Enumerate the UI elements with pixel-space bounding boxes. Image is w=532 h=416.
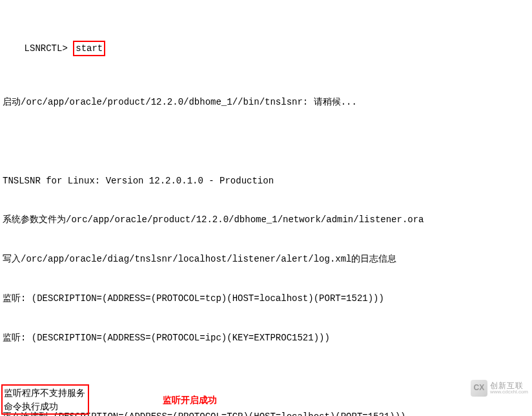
- annotation-text: 监听开启成功: [163, 394, 217, 407]
- command-text: start: [76, 43, 103, 54]
- command-highlight: start: [73, 41, 105, 56]
- output-blank: [3, 135, 529, 148]
- watermark-text: 创新互联 www.cdcxhl.com: [490, 382, 528, 395]
- output-listen2: 监听: (DESCRIPTION=(ADDRESS=(PROTOCOL=ipc)…: [3, 331, 529, 344]
- output-line-starting: 启动/orc/app/oracle/product/12.2.0/dbhome_…: [3, 96, 529, 109]
- footer-highlight: 监听程序不支持服务 命令执行成功: [1, 384, 89, 415]
- output-sys-params: 系统参数文件为/orc/app/oracle/product/12.2.0/db…: [3, 213, 529, 226]
- output-tns-header: TNSLSNR for Linux: Version 12.2.0.1.0 - …: [3, 174, 529, 187]
- prompt-prefix: LSNRCTL>: [25, 43, 74, 54]
- output-listen1: 监听: (DESCRIPTION=(ADDRESS=(PROTOCOL=tcp)…: [3, 292, 529, 305]
- watermark: CX 创新互联 www.cdcxhl.com: [471, 380, 528, 397]
- output-blank: [3, 371, 529, 384]
- footer-line2: 命令执行成功: [4, 402, 58, 412]
- output-log-info: 写入/orc/app/oracle/diag/tnslsnr/localhost…: [3, 253, 529, 265]
- watermark-logo-icon: CX: [471, 380, 487, 397]
- footer-line1: 监听程序不支持服务: [4, 388, 85, 399]
- terminal-output: LSNRCTL> start 启动/orc/app/oracle/product…: [3, 1, 529, 416]
- watermark-domain: www.cdcxhl.com: [490, 390, 528, 395]
